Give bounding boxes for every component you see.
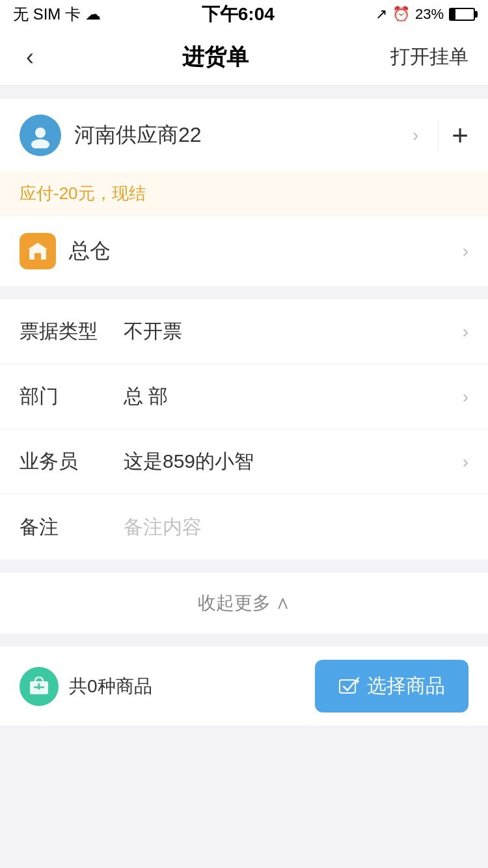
salesperson-label: 业务员 xyxy=(20,448,111,475)
product-icon xyxy=(20,667,59,706)
department-value: 总 部 xyxy=(124,383,456,410)
product-count-area: 共0种商品 xyxy=(20,667,152,706)
add-supplier-button[interactable]: + xyxy=(452,121,468,150)
notice-banner: 应付-20元，现结 xyxy=(0,172,488,215)
invoice-type-label: 票据类型 xyxy=(20,318,111,345)
invoice-type-chevron-icon: › xyxy=(463,321,468,342)
battery-icon xyxy=(449,8,475,21)
select-product-button[interactable]: 选择商品 xyxy=(315,660,468,712)
battery-percent: 23% xyxy=(415,6,444,23)
form-section: 票据类型 不开票 › 部门 总 部 › 业务员 这是859的小智 › 备注 备注… xyxy=(0,299,488,560)
svg-marker-3 xyxy=(28,243,47,249)
product-count-label: 共0种商品 xyxy=(69,674,152,699)
warehouse-row[interactable]: 总仓 › xyxy=(0,215,488,286)
alarm-icon: ⏰ xyxy=(392,6,410,23)
svg-rect-7 xyxy=(38,683,40,690)
invoice-type-row[interactable]: 票据类型 不开票 › xyxy=(0,299,488,364)
warehouse-icon xyxy=(20,233,56,269)
back-button[interactable]: ‹ xyxy=(20,37,40,77)
department-chevron-icon: › xyxy=(463,387,468,407)
bottom-bar: 共0种商品 选择商品 xyxy=(0,647,488,726)
invoice-type-value: 不开票 xyxy=(124,318,456,345)
supplier-chevron-icon: › xyxy=(413,125,418,146)
svg-rect-4 xyxy=(34,253,41,260)
salesperson-row[interactable]: 业务员 这是859的小智 › xyxy=(0,429,488,495)
collapse-label: 收起更多 ∧ xyxy=(198,591,291,616)
svg-point-1 xyxy=(31,139,49,148)
nav-title: 进货单 xyxy=(182,42,249,72)
remark-label: 备注 xyxy=(20,514,111,541)
department-row[interactable]: 部门 总 部 › xyxy=(0,364,488,429)
status-bar: 无 SIM 卡 ☁ 下午6:04 ↗ ⏰ 23% xyxy=(0,0,488,29)
supplier-avatar xyxy=(20,115,61,156)
status-right: ↗ ⏰ 23% xyxy=(375,6,475,23)
section-gap-1 xyxy=(0,86,488,99)
nav-bar: ‹ 进货单 打开挂单 xyxy=(0,29,488,86)
supplier-section: 河南供应商22 › + 应付-20元，现结 总仓 › xyxy=(0,99,488,286)
remark-row[interactable]: 备注 备注内容 xyxy=(0,495,488,560)
svg-point-0 xyxy=(35,128,46,138)
salesperson-value: 这是859的小智 xyxy=(124,448,456,475)
warehouse-name: 总仓 xyxy=(69,237,456,265)
warehouse-chevron-icon: › xyxy=(463,241,468,262)
remark-input[interactable]: 备注内容 xyxy=(124,514,468,541)
status-time: 下午6:04 xyxy=(202,2,275,27)
department-label: 部门 xyxy=(20,383,111,410)
location-icon: ↗ xyxy=(375,6,387,23)
supplier-name: 河南供应商22 xyxy=(74,121,413,150)
supplier-divider xyxy=(438,119,439,152)
select-product-icon xyxy=(338,676,359,697)
supplier-row[interactable]: 河南供应商22 › + xyxy=(0,99,488,172)
salesperson-chevron-icon: › xyxy=(463,452,468,472)
collapse-button[interactable]: 收起更多 ∧ xyxy=(0,573,488,634)
open-pending-button[interactable]: 打开挂单 xyxy=(390,44,468,70)
select-product-label: 选择商品 xyxy=(367,673,445,699)
status-left: 无 SIM 卡 ☁ xyxy=(13,4,101,25)
